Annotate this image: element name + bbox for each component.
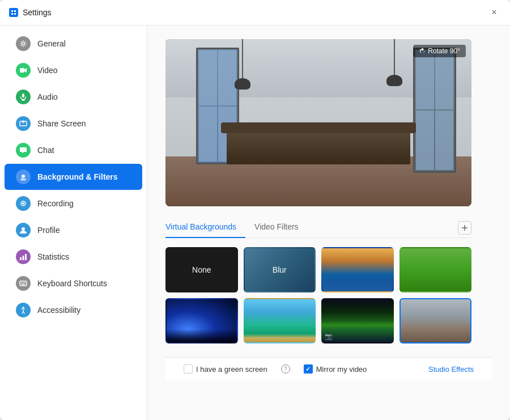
bg-tile-none[interactable]: None <box>165 247 238 292</box>
close-button[interactable]: × <box>487 6 501 19</box>
svg-rect-19 <box>21 283 22 284</box>
svg-point-4 <box>22 43 25 45</box>
bg-tile-room[interactable] <box>400 298 472 343</box>
content-area: Rotate 90° Virtual Backgrounds Video Fil… <box>147 26 510 420</box>
svg-rect-0 <box>11 10 13 12</box>
keyboard-label: Keyboard Shortcuts <box>37 279 107 288</box>
studio-effects-link[interactable]: Studio Effects <box>428 365 474 374</box>
bg-tile-space[interactable] <box>165 298 238 343</box>
settings-window: Settings × General <box>0 0 510 420</box>
svg-point-14 <box>22 227 25 231</box>
svg-rect-5 <box>20 68 24 73</box>
svg-rect-6 <box>22 94 24 97</box>
sidebar-item-general[interactable]: General <box>5 31 142 57</box>
window-right <box>413 48 456 173</box>
sidebar-item-keyboard[interactable]: Keyboard Shortcuts <box>5 270 142 296</box>
share-screen-icon <box>16 116 31 131</box>
profile-label: Profile <box>37 226 60 235</box>
audio-label: Audio <box>37 92 58 101</box>
svg-rect-22 <box>22 284 25 285</box>
tab-virtual-backgrounds[interactable]: Virtual Backgrounds <box>165 218 245 238</box>
recording-icon <box>16 196 31 211</box>
tabs-row: Virtual Backgrounds Video Filters <box>165 218 471 238</box>
window-title: Settings <box>23 8 52 17</box>
green-screen-help-icon[interactable]: ? <box>281 364 290 374</box>
background-label: Background & Filters <box>37 172 118 181</box>
sidebar-item-statistics[interactable]: Statistics <box>5 244 142 270</box>
main-content: General Video <box>0 26 510 420</box>
svg-rect-15 <box>20 257 22 260</box>
background-grid: None Blur 📷 <box>165 247 471 343</box>
sidebar-item-background[interactable]: Background & Filters <box>5 164 142 190</box>
sidebar-item-profile[interactable]: Profile <box>5 217 142 243</box>
statistics-label: Statistics <box>37 252 69 261</box>
mirror-video-checkbox[interactable] <box>304 364 313 374</box>
svg-rect-16 <box>23 256 24 260</box>
video-preview: Rotate 90° <box>165 39 471 206</box>
video-icon <box>16 63 31 78</box>
accessibility-icon <box>16 303 31 317</box>
rotate-button[interactable]: Rotate 90° <box>413 45 466 57</box>
sidebar: General Video <box>0 26 147 420</box>
mirror-video-text: Mirror my video <box>316 365 367 374</box>
general-icon <box>16 36 31 51</box>
share-screen-label: Share Screen <box>37 119 86 128</box>
sidebar-item-accessibility[interactable]: Accessibility <box>5 297 142 323</box>
mirror-video-label[interactable]: Mirror my video <box>304 364 367 374</box>
keyboard-icon <box>16 276 31 291</box>
background-icon <box>16 169 31 184</box>
light-right <box>394 39 395 86</box>
svg-rect-2 <box>11 13 13 15</box>
sidebar-item-recording[interactable]: Recording <box>5 190 142 217</box>
general-label: General <box>37 39 66 48</box>
video-label: Video <box>37 66 58 75</box>
title-bar: Settings × <box>0 0 510 26</box>
tab-video-filters[interactable]: Video Filters <box>245 218 308 238</box>
sidebar-item-audio[interactable]: Audio <box>5 84 142 110</box>
green-screen-checkbox[interactable] <box>184 364 193 374</box>
svg-point-13 <box>22 202 24 205</box>
green-screen-label[interactable]: I have a green screen <box>184 364 267 374</box>
audio-icon <box>16 90 31 104</box>
sidebar-item-share-screen[interactable]: Share Screen <box>5 111 142 137</box>
bg-tile-golden-gate[interactable] <box>321 247 394 292</box>
bg-tile-blur[interactable]: Blur <box>244 247 316 292</box>
svg-rect-1 <box>14 10 16 12</box>
svg-rect-3 <box>14 13 16 15</box>
footer-bar: I have a green screen ? Mirror my video … <box>165 357 492 380</box>
green-screen-text: I have a green screen <box>196 365 267 374</box>
camera-overlay-icon: 📷 <box>325 333 333 340</box>
svg-rect-17 <box>25 254 27 260</box>
bg-tile-aurora[interactable]: 📷 <box>321 298 394 343</box>
app-icon <box>9 8 18 17</box>
bg-tile-grass[interactable] <box>400 247 472 292</box>
sofa <box>227 128 410 164</box>
svg-rect-20 <box>23 283 24 284</box>
add-background-button[interactable] <box>458 221 471 235</box>
chat-label: Chat <box>37 146 54 155</box>
profile-icon <box>16 223 31 237</box>
svg-point-23 <box>23 307 24 308</box>
accessibility-label: Accessibility <box>37 306 80 315</box>
none-label: None <box>192 265 211 274</box>
bg-tile-tropical[interactable] <box>244 298 316 343</box>
sidebar-item-video[interactable]: Video <box>5 57 142 83</box>
svg-rect-21 <box>24 283 26 284</box>
statistics-icon <box>16 249 31 264</box>
window-pane-right <box>415 49 454 171</box>
title-bar-left: Settings <box>9 8 52 17</box>
svg-point-10 <box>22 175 25 178</box>
svg-point-11 <box>20 179 26 181</box>
chat-icon <box>16 143 31 158</box>
recording-label: Recording <box>37 199 74 208</box>
blur-label: Blur <box>273 265 287 274</box>
rotate-label: Rotate 90° <box>428 47 460 55</box>
light-left <box>242 39 243 90</box>
sidebar-item-chat[interactable]: Chat <box>5 137 142 163</box>
